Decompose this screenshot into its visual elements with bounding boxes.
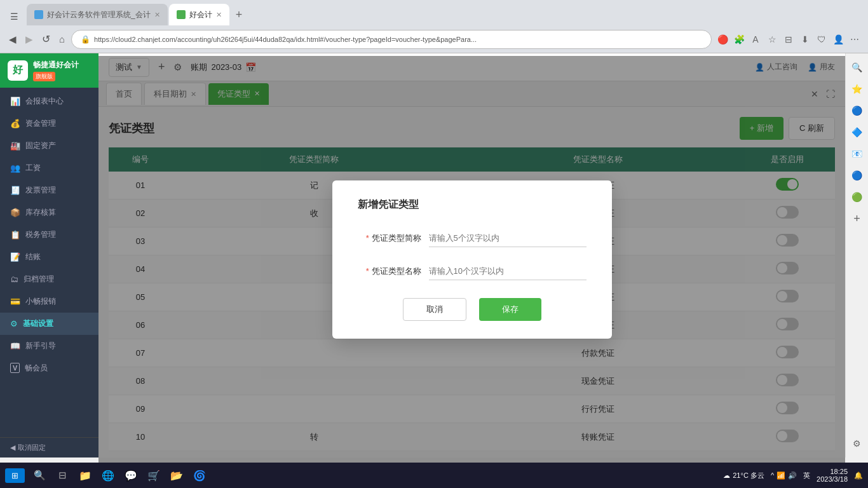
tab-1-close[interactable]: ✕ (154, 11, 160, 19)
start-btn[interactable]: ⊞ (5, 468, 25, 483)
unpin-icon: ◀ (10, 444, 15, 452)
sidebar-item-tax[interactable]: 📋 税务管理 (0, 224, 98, 246)
tab-2-title: 好会计 (189, 10, 212, 20)
taskbar-clock: 18:25 2023/3/18 (817, 468, 848, 483)
bookmark-icon[interactable]: ☆ (765, 32, 779, 46)
volume-icon[interactable]: 🔊 (788, 471, 797, 480)
sidebar-item-guide-label: 新手引导 (25, 341, 56, 351)
forward-btn[interactable]: ▶ (23, 32, 36, 46)
taskbar-taskview-icon[interactable]: ⊟ (53, 466, 72, 485)
right-add-icon[interactable]: + (848, 210, 866, 227)
tab-2-favicon (177, 10, 186, 19)
taskbar-explorer-icon[interactable]: 📁 (76, 466, 95, 485)
shield-icon[interactable]: 🛡 (815, 32, 829, 46)
sidebar-item-expense[interactable]: 💳 小畅报销 (0, 290, 98, 313)
notification-icon[interactable]: 🔴 (715, 32, 729, 46)
capital-icon: 💰 (10, 119, 20, 128)
guide-icon: 📖 (10, 341, 20, 351)
tax-icon: 📋 (10, 230, 20, 240)
sidebar-item-assets[interactable]: 🏭 固定资产 (0, 135, 98, 157)
menu-icon[interactable]: ⋯ (848, 32, 862, 46)
extensions-icon[interactable]: 🧩 (732, 32, 746, 46)
modal-dialog: 新增凭证类型 * 凭证类型简称 * 凭证类型名称 取消 保存 (332, 180, 612, 339)
sidebar-item-archive[interactable]: 🗂 归档管理 (0, 268, 98, 290)
sidebar-item-capital[interactable]: 💰 资金管理 (0, 112, 98, 135)
sidebar-item-inventory[interactable]: 📦 库存核算 (0, 201, 98, 224)
unpin-label: 取消固定 (18, 443, 46, 452)
sidebar-item-settings[interactable]: ⚙ 基础设置 (0, 313, 98, 335)
font-icon[interactable]: A (749, 32, 763, 46)
name-input[interactable] (429, 262, 587, 280)
save-btn[interactable]: 保存 (479, 298, 541, 321)
sidebar-item-salary[interactable]: 👥 工资 (0, 157, 98, 179)
browser-menu-btn[interactable]: ☰ (5, 8, 23, 25)
tab-2-close[interactable]: ✕ (216, 11, 222, 19)
sidebar-item-invoice[interactable]: 🧾 发票管理 (0, 179, 98, 201)
taskbar-right: ☁ 21°C 多云 ^ 📶 🔊 英 18:25 2023/3/18 🔔 (723, 468, 863, 483)
right-circle2-icon[interactable]: 🔵 (848, 166, 866, 184)
taskbar-store-icon[interactable]: 🛒 (144, 466, 163, 485)
sidebar-item-guide[interactable]: 📖 新手引导 (0, 335, 98, 357)
sidebar-item-invoice-label: 发票管理 (25, 185, 56, 196)
abbr-input[interactable] (429, 229, 587, 247)
taskbar-chrome-icon[interactable]: 🌐 (98, 466, 118, 485)
sidebar-item-expense-label: 小畅报销 (25, 296, 56, 307)
back-btn[interactable]: ◀ (6, 32, 19, 46)
checkout-icon: 📝 (10, 252, 20, 262)
sidebar-item-salary-label: 工资 (25, 163, 41, 173)
tab-1-title: 好会计云务软件管理系统_会计 (47, 10, 151, 20)
notification-bell-icon[interactable]: 🔔 (854, 471, 863, 480)
right-search-icon[interactable]: 🔍 (848, 58, 866, 76)
tab-1-favicon (34, 10, 43, 19)
cancel-btn[interactable]: 取消 (403, 298, 466, 321)
sidebar-nav: 📊 会报表中心 💰 资金管理 🏭 固定资产 👥 工资 🧾 发票管理 📦 (0, 88, 98, 437)
browser-toolbar: 🔴 🧩 A ☆ ⊟ ⬇ 🛡 👤 ⋯ (715, 32, 862, 46)
sidebar-footer: ◀ 取消固定 (0, 437, 98, 458)
sidebar-item-member-label: 畅会员 (25, 363, 48, 374)
sidebar: 好 畅捷通好会计 旗舰版 📊 会报表中心 💰 资金管理 🏭 固定资产 👥 (0, 53, 98, 458)
language-btn[interactable]: 英 (803, 471, 810, 480)
sidebar-item-inventory-label: 库存核算 (25, 207, 56, 218)
url-bar[interactable]: 🔒 https://cloud2.chanjet.com/accounting/… (71, 30, 712, 49)
member-icon: V (10, 363, 20, 373)
home-btn[interactable]: ⌂ (57, 32, 67, 46)
right-panel: 🔍 ⭐ 🔵 🔷 📧 🔵 🟢 + ⚙ (845, 53, 868, 458)
abbr-label: * 凭证类型简称 (358, 233, 421, 244)
refresh-btn[interactable]: ↺ (39, 32, 53, 46)
right-circle1-icon[interactable]: 🔵 (848, 102, 866, 119)
tab-1[interactable]: 好会计云务软件管理系统_会计 ✕ (27, 4, 168, 25)
browser-chrome: ☰ 好会计云务软件管理系统_会计 ✕ 好会计 ✕ + ◀ ▶ ↺ ⌂ 🔒 htt… (0, 0, 868, 53)
sidebar-item-member[interactable]: V 畅会员 (0, 357, 98, 379)
taskbar-edge-icon[interactable]: 🌀 (190, 466, 209, 485)
right-green-icon[interactable]: 🟢 (848, 188, 866, 206)
weather-text: 21°C 多云 (733, 471, 764, 480)
invoice-icon: 🧾 (10, 186, 20, 195)
chevron-up-icon[interactable]: ^ (771, 471, 774, 479)
inventory-icon: 📦 (10, 208, 20, 217)
right-star-icon[interactable]: ⭐ (848, 80, 866, 98)
right-mail-icon[interactable]: 📧 (848, 145, 866, 163)
tab-2[interactable]: 好会计 ✕ (169, 4, 229, 25)
sidebar-item-dashboard[interactable]: 📊 会报表中心 (0, 90, 98, 112)
unpin-btn[interactable]: ◀ 取消固定 (10, 443, 88, 452)
weather-info: ☁ 21°C 多云 (723, 471, 764, 480)
required-star2: * (366, 266, 372, 276)
downloads-icon[interactable]: ⬇ (798, 32, 812, 46)
sidebar-item-checkout[interactable]: 📝 结账 (0, 246, 98, 268)
sidebar-logo-line1: 畅捷通好会计 (33, 60, 79, 71)
taskbar-search-icon[interactable]: 🔍 (30, 466, 49, 485)
archive-icon: 🗂 (10, 274, 18, 284)
settings-icon: ⚙ (10, 319, 18, 329)
account-icon[interactable]: 👤 (831, 32, 845, 46)
right-diamond-icon[interactable]: 🔷 (848, 123, 866, 141)
sidebar-logo-badge: 旗舰版 (33, 72, 55, 81)
taskbar-files-icon[interactable]: 📂 (167, 466, 186, 485)
lock-icon: 🔒 (81, 35, 90, 44)
taskbar-sys-icons: ^ 📶 🔊 (771, 471, 797, 480)
taskbar-wechat-icon[interactable]: 💬 (121, 466, 140, 485)
network-icon[interactable]: 📶 (776, 471, 785, 480)
tabs-icon[interactable]: ⊟ (782, 32, 796, 46)
address-bar: ◀ ▶ ↺ ⌂ 🔒 https://cloud2.chanjet.com/acc… (0, 25, 868, 53)
new-tab-btn[interactable]: + (231, 4, 248, 25)
right-settings-icon[interactable]: ⚙ (848, 435, 866, 452)
